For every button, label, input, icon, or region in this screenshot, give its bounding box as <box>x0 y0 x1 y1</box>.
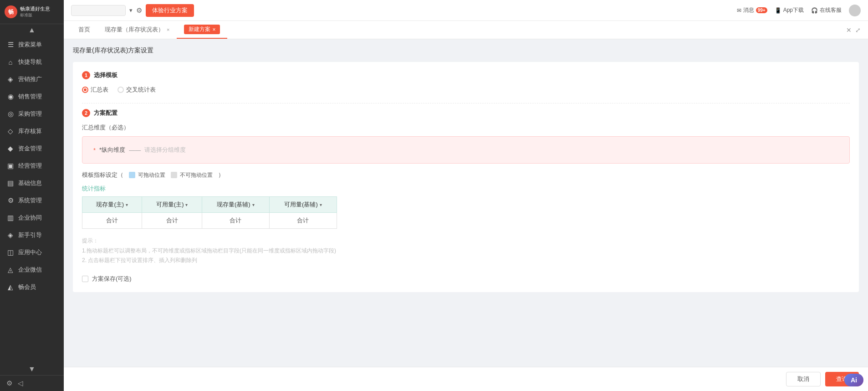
table-header-2[interactable]: 现存量(基辅) ▾ <box>202 197 269 213</box>
sidebar-scroll-down[interactable]: ▼ <box>0 363 64 375</box>
tabs-bar: 首页 现存量（库存状况表） × 新建方案 × ✕ ⤢ <box>64 21 868 39</box>
step2-title: 方案配置 <box>94 109 117 117</box>
headset-icon: 🎧 <box>811 7 818 14</box>
app-download-label: App下载 <box>783 6 804 14</box>
app-download-item[interactable]: 📱 App下载 <box>775 6 804 14</box>
app-name: 畅康通好生意 <box>20 5 50 12</box>
tab-inventory-status[interactable]: 现存量（库存状况表） × <box>97 21 177 39</box>
table-header-3[interactable]: 可用量(基辅) ▾ <box>269 197 337 213</box>
radio-circle-cross <box>117 87 124 93</box>
sidebar-item-label: 系统管理 <box>18 196 42 205</box>
tips-title: 提示： <box>82 237 98 244</box>
new-plan-close[interactable]: × <box>212 26 215 33</box>
step1-badge: 1 <box>82 71 90 79</box>
tab-inventory-close[interactable]: × <box>167 27 169 32</box>
app-center-icon: ◫ <box>6 248 15 257</box>
sidebar-item-inventory[interactable]: ◇ 库存核算 <box>0 123 64 140</box>
finance-icon: ◆ <box>6 144 15 153</box>
sidebar-bottom: ⚙ ◁ <box>0 375 64 391</box>
sidebar: 畅 畅康通好生意 标准版 ▲ ☰ 搜索菜单 ⌂ 快捷导航 ◈ 营销推广 ◉ 销售… <box>0 0 64 391</box>
sidebar-item-label: 销售管理 <box>18 93 42 101</box>
tab-home[interactable]: 首页 <box>71 21 97 39</box>
sidebar-scroll-up[interactable]: ▲ <box>0 24 64 36</box>
table-header-0[interactable]: 现存量(主) ▾ <box>82 197 142 213</box>
footer: 取消 查询 <box>64 367 868 391</box>
sidebar-item-system[interactable]: ⚙ 系统管理 <box>0 192 64 209</box>
sidebar-item-label: 资金管理 <box>18 144 42 153</box>
tab-new-plan[interactable]: 新建方案 × <box>177 21 227 39</box>
new-plan-label: 新建方案 <box>189 26 210 33</box>
topbar: ▾ ⚙ 体验行业方案 ✉ 消息 99+ 📱 App下载 🎧 在线客服 <box>64 0 868 21</box>
sidebar-item-label: 经营管理 <box>18 162 42 170</box>
sidebar-item-wechat[interactable]: ◬ 企业微信 <box>0 261 64 278</box>
dimension-selector-area[interactable]: * *纵向维度 —— 请选择分组维度 <box>82 136 850 164</box>
sidebar-item-purchase[interactable]: ◎ 采购管理 <box>0 105 64 123</box>
messages-label: 消息 <box>743 6 754 14</box>
step2-section: 2 方案配置 汇总维度（必选） * *纵向维度 —— 请选择分组维度 模板指标设… <box>82 109 850 266</box>
sidebar-item-basic-info[interactable]: ▤ 基础信息 <box>0 175 64 192</box>
radio-label-summary: 汇总表 <box>91 86 108 94</box>
sidebar-item-search[interactable]: ☰ 搜索菜单 <box>0 36 64 53</box>
radio-summary-table[interactable]: 汇总表 <box>82 86 108 94</box>
save-row: 方案保存(可选) <box>82 275 850 283</box>
sidebar-item-member[interactable]: ◭ 畅会员 <box>0 278 64 296</box>
new-plan-tab-badge: 新建方案 × <box>184 25 220 34</box>
non-draggable-indicator <box>171 172 177 178</box>
page-title: 现存量(库存状况表)方案设置 <box>73 46 859 55</box>
non-draggable-label: 不可拖动位置 <box>180 171 213 179</box>
system-icon: ⚙ <box>6 196 15 205</box>
indicator-settings-row: 模板指标设定（ 可拖动位置 不可拖动位置 ） <box>82 171 850 179</box>
sidebar-item-label: 快捷导航 <box>18 58 42 66</box>
settings-icon[interactable]: ⚙ <box>6 379 12 387</box>
search-input[interactable] <box>71 5 126 16</box>
save-checkbox[interactable] <box>82 276 88 282</box>
sidebar-item-quick-nav[interactable]: ⌂ 快捷导航 <box>0 53 64 71</box>
sidebar-item-marketing[interactable]: ◈ 营销推广 <box>0 71 64 88</box>
dropdown-icon[interactable]: ▾ <box>129 7 133 14</box>
member-icon: ◭ <box>6 283 15 291</box>
radio-cross-table[interactable]: 交叉统计表 <box>117 86 156 94</box>
table-cell-1: 合计 <box>142 213 202 229</box>
stats-label: 统计指标 <box>82 185 850 193</box>
dimension-placeholder: 请选择分组维度 <box>144 146 186 154</box>
tip-item-2: 2. 点击标题栏下拉可设置排序、插入列和删除列 <box>82 256 850 266</box>
draggable-label: 可拖动位置 <box>138 171 165 179</box>
sidebar-logo: 畅 畅康通好生意 标准版 <box>0 0 64 24</box>
sidebar-item-management[interactable]: ▣ 经营管理 <box>0 157 64 175</box>
volume-icon[interactable]: ◁ <box>18 379 23 387</box>
messages-item[interactable]: ✉ 消息 99+ <box>737 6 767 14</box>
wechat-icon: ◬ <box>6 266 15 274</box>
user-avatar[interactable] <box>849 5 861 16</box>
step1-section: 1 选择模板 汇总表 交叉统计表 <box>82 71 850 94</box>
sidebar-item-collab[interactable]: ▥ 企业协同 <box>0 209 64 226</box>
sidebar-item-sales[interactable]: ◉ 销售管理 <box>0 88 64 105</box>
sidebar-item-guide[interactable]: ◈ 新手引导 <box>0 226 64 244</box>
sidebar-item-label: 库存核算 <box>18 127 42 135</box>
chevron-down-icon: ▾ <box>126 202 128 207</box>
expand-icon[interactable]: ⤢ <box>855 26 861 34</box>
sidebar-item-label: 搜索菜单 <box>18 41 42 49</box>
cancel-button[interactable]: 取消 <box>786 372 821 386</box>
sidebar-item-app-center[interactable]: ◫ 应用中心 <box>0 244 64 261</box>
phone-icon: 📱 <box>775 7 781 14</box>
indicator-close: ） <box>218 171 224 179</box>
ai-badge[interactable]: Ai <box>844 374 863 386</box>
messages-badge: 99+ <box>756 7 767 13</box>
non-draggable-toggle: 不可拖动位置 <box>171 171 213 179</box>
marketing-icon: ◈ <box>6 75 15 83</box>
online-service-label: 在线客服 <box>820 6 842 14</box>
industry-plan-button[interactable]: 体验行业方案 <box>146 4 194 17</box>
sidebar-item-finance[interactable]: ◆ 资金管理 <box>0 140 64 157</box>
inventory-icon: ◇ <box>6 127 15 135</box>
message-icon: ✉ <box>737 7 741 14</box>
gear-icon[interactable]: ⚙ <box>136 6 142 15</box>
close-panel-icon[interactable]: ✕ <box>846 26 852 34</box>
online-service-item[interactable]: 🎧 在线客服 <box>811 6 842 14</box>
guide-icon: ◈ <box>6 231 15 239</box>
summary-dimension-label: 汇总维度（必选） <box>82 123 850 132</box>
sidebar-item-label: 企业微信 <box>18 266 42 274</box>
home-icon: ⌂ <box>6 58 15 66</box>
basic-info-icon: ▤ <box>6 179 15 187</box>
table-header-1[interactable]: 可用量(主) ▾ <box>142 197 202 213</box>
sidebar-item-label: 新手引导 <box>18 231 42 239</box>
